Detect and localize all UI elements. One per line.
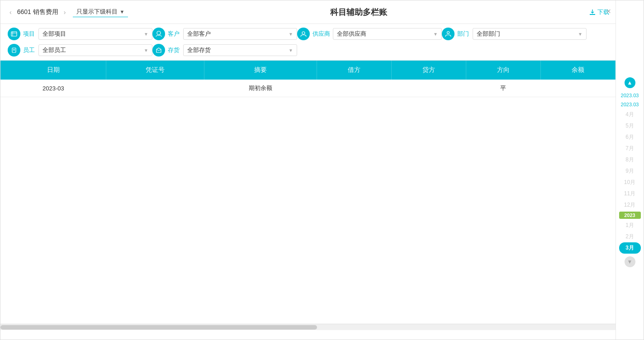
close-button[interactable]: × (606, 7, 611, 16)
employee-select[interactable]: 全部员工 ▼ (38, 44, 152, 56)
cell-credit (391, 80, 466, 97)
department-arrow-icon: ▼ (578, 32, 582, 37)
filter-inventory: 存货 全部存货 ▼ (152, 44, 297, 57)
cell-summary: 期初余额 (204, 80, 317, 97)
month-item[interactable]: 9月 (619, 165, 641, 177)
col-balance: 余额 (540, 61, 615, 80)
project-value: 全部项目 (43, 30, 66, 38)
svg-point-7 (302, 32, 305, 34)
month-item[interactable]: 11月 (619, 188, 641, 199)
table-header-row: 日期 凭证号 摘要 借方 贷方 方向 余额 (0, 61, 616, 80)
chevron-down-icon: ▼ (119, 9, 124, 14)
project-icon (8, 28, 20, 40)
show-sub-label: 只显示下级科目 (76, 8, 118, 16)
department-label: 部门 (457, 30, 470, 38)
supplier-arrow-icon: ▼ (433, 32, 438, 37)
department-value: 全部部门 (477, 30, 500, 38)
col-direction: 方向 (466, 61, 540, 80)
inventory-icon (152, 44, 165, 57)
month-item[interactable]: 3月 (619, 242, 641, 254)
month-item[interactable]: 12月 (619, 199, 641, 211)
customer-select[interactable]: 全部客户 ▼ (183, 28, 297, 40)
col-date: 日期 (0, 61, 106, 80)
supplier-icon (297, 28, 310, 40)
table-wrapper: 日期 凭证号 摘要 借方 贷方 方向 余额 2023-03期初余额平 (0, 61, 616, 330)
inventory-label: 存货 (168, 46, 180, 54)
inventory-arrow-icon: ▼ (289, 48, 293, 53)
cell-balance (540, 80, 615, 97)
horizontal-scrollbar[interactable] (0, 324, 616, 330)
filter-row: 项目 全部项目 ▼ 客户 全部客户 ▼ 供应商 全部供应商 (0, 24, 644, 61)
right-panel: ▲ 2023.032023.034月5月6月7月8月9月10月11月12月202… (616, 0, 644, 340)
supplier-select[interactable]: 全部供应商 ▼ (333, 28, 442, 40)
project-label: 项目 (23, 30, 36, 38)
month-item[interactable]: 4月 (619, 109, 641, 120)
svg-rect-0 (590, 14, 595, 15)
cell-direction: 平 (466, 80, 540, 97)
supplier-label: 供应商 (313, 30, 330, 38)
department-icon (442, 28, 455, 40)
main-window: ‹ 6601 销售费用 › 只显示下级科目 ▼ 科目辅助多栏账 下载 (0, 0, 644, 340)
customer-arrow-icon: ▼ (289, 32, 293, 37)
employee-icon (8, 44, 20, 57)
next-arrow[interactable]: › (62, 8, 68, 17)
month-item[interactable]: 2023 (619, 212, 641, 219)
employee-value: 全部员工 (43, 46, 66, 54)
scroll-down-button[interactable]: ▼ (625, 256, 635, 267)
filter-employee: 员工 全部员工 ▼ (8, 44, 152, 57)
month-item[interactable]: 10月 (619, 177, 641, 188)
month-item[interactable]: 1月 (619, 220, 641, 231)
col-voucher: 凭证号 (106, 61, 204, 80)
account-code: 6601 销售费用 (17, 8, 58, 16)
month-list: 2023.032023.034月5月6月7月8月9月10月11月12月20231… (619, 91, 641, 254)
employee-arrow-icon: ▼ (144, 48, 148, 53)
month-item[interactable]: 6月 (619, 132, 641, 143)
month-item[interactable]: 8月 (619, 154, 641, 165)
data-table: 日期 凭证号 摘要 借方 贷方 方向 余额 2023-03期初余额平 (0, 61, 616, 97)
table-body: 2023-03期初余额平 (0, 80, 616, 97)
employee-label: 员工 (23, 46, 36, 54)
customer-icon (152, 28, 165, 40)
month-item[interactable]: 7月 (619, 143, 641, 154)
show-sub-button[interactable]: 只显示下级科目 ▼ (73, 7, 128, 17)
month-item[interactable]: 2月 (619, 231, 641, 242)
filter-project: 项目 全部项目 ▼ (8, 28, 152, 40)
month-item[interactable]: 2023.03 (619, 100, 641, 109)
filter-department: 部门 全部部门 ▼ (442, 28, 587, 40)
cell-voucher (106, 80, 204, 97)
page-title: 科目辅助多栏账 (128, 7, 589, 18)
customer-value: 全部客户 (187, 30, 211, 38)
filter-customer: 客户 全部客户 ▼ (152, 28, 297, 40)
inventory-select[interactable]: 全部存货 ▼ (183, 44, 297, 56)
month-item[interactable]: 2023.03 (619, 91, 641, 100)
download-icon (589, 9, 596, 15)
project-select[interactable]: 全部项目 ▼ (38, 28, 152, 40)
project-arrow-icon: ▼ (144, 32, 148, 37)
filter-supplier: 供应商 全部供应商 ▼ (297, 28, 442, 40)
col-debit: 借方 (317, 61, 391, 80)
cell-date: 2023-03 (0, 80, 106, 97)
col-credit: 贷方 (391, 61, 466, 80)
inventory-value: 全部存货 (187, 46, 211, 54)
cell-debit (317, 80, 391, 97)
col-summary: 摘要 (204, 61, 317, 80)
supplier-value: 全部供应商 (337, 30, 366, 38)
scroll-up-button[interactable]: ▲ (625, 77, 635, 88)
department-select[interactable]: 全部部门 ▼ (473, 28, 587, 40)
svg-rect-4 (11, 32, 17, 36)
customer-label: 客户 (168, 30, 180, 38)
table-row: 2023-03期初余额平 (0, 80, 616, 97)
scrollbar-thumb[interactable] (0, 325, 317, 330)
month-item[interactable]: 5月 (619, 120, 641, 132)
prev-arrow[interactable]: ‹ (8, 8, 14, 17)
top-bar: ‹ 6601 销售费用 › 只显示下级科目 ▼ 科目辅助多栏账 下载 (0, 0, 644, 24)
svg-point-8 (447, 32, 450, 34)
